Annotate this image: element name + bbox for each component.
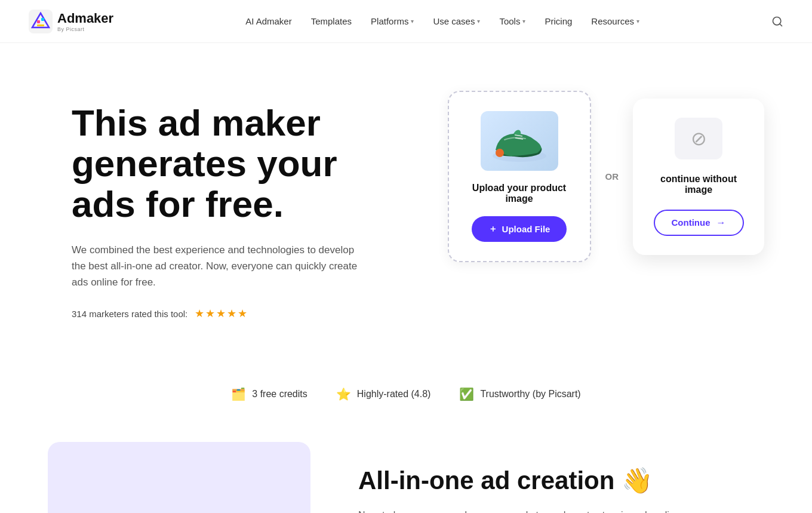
svg-rect-4 [37, 24, 44, 26]
badge-trustworthy: ✅ Trustworthy (by Picsart) [459, 387, 580, 401]
badge-highly-rated: ⭐ Highly-rated (4.8) [336, 387, 431, 401]
continue-button-label: Continue [672, 217, 710, 228]
section2-text: All-in-one ad creation 👋 Now, truly, eve… [358, 442, 693, 513]
admaker-logo-icon [29, 10, 53, 33]
badge-highly-rated-text: Highly-rated (4.8) [357, 389, 431, 400]
svg-line-6 [780, 23, 782, 26]
upload-file-button[interactable]: ＋ Upload File [472, 216, 567, 242]
rating-text: 314 marketers rated this tool: [72, 309, 187, 319]
hero-rating: 314 marketers rated this tool: ★ ★ ★ ★ ★ [72, 307, 406, 320]
search-icon [771, 16, 783, 27]
svg-point-10 [496, 149, 504, 157]
nav-item-use-cases[interactable]: Use cases▾ [433, 16, 480, 26]
nav-links: AI Admaker Templates Platforms▾ Use case… [245, 16, 639, 26]
badge-free-credits: 🗂️ 3 free credits [231, 387, 307, 401]
star-1: ★ [195, 307, 204, 320]
logo-text: Admaker By Picsart [57, 11, 113, 32]
nav-item-resources[interactable]: Resources▾ [591, 16, 639, 26]
section2-title-text: All-in-one ad creation [358, 466, 614, 494]
star-2: ★ [205, 307, 215, 320]
arrow-right-icon: → [716, 217, 726, 228]
upload-card: Upload your product image ＋ Upload File [448, 91, 591, 262]
upload-button-label: Upload File [502, 224, 550, 234]
nav-item-platforms[interactable]: Platforms▾ [371, 16, 414, 26]
section2-description: Now, truly, everyone can become a market… [358, 507, 693, 513]
hero-left: This ad maker generates your ads for fre… [72, 91, 406, 320]
product-thumbnail [481, 111, 558, 171]
slash-icon: ⊘ [691, 127, 707, 150]
section2: All-in-one ad creation 👋 Now, truly, eve… [0, 430, 812, 513]
credits-icon: 🗂️ [231, 387, 246, 401]
star-badge-icon: ⭐ [336, 387, 351, 401]
no-image-placeholder: ⊘ [675, 118, 722, 159]
upload-plus-icon: ＋ [488, 223, 497, 235]
hero-right: Upload your product image ＋ Upload File … [448, 91, 765, 262]
badge-free-credits-text: 3 free credits [252, 389, 307, 400]
nav-item-tools[interactable]: Tools▾ [499, 16, 525, 26]
badge-trustworthy-text: Trustworthy (by Picsart) [480, 389, 580, 400]
logo-name: Admaker [57, 11, 113, 26]
svg-rect-2 [37, 20, 40, 23]
logo-sub: By Picsart [57, 26, 113, 32]
star-3: ★ [216, 307, 226, 320]
nav-right [771, 16, 783, 27]
upload-label: Upload your product image [463, 183, 576, 204]
nav-item-ai-admaker[interactable]: AI Admaker [245, 16, 292, 26]
hero-description: We combined the best experience and tech… [72, 242, 370, 291]
nav-item-templates[interactable]: Templates [311, 16, 352, 26]
star-4: ★ [227, 307, 236, 320]
logo[interactable]: Admaker By Picsart [29, 10, 113, 33]
section2-visual [48, 442, 310, 513]
search-button[interactable] [771, 16, 783, 27]
navbar: Admaker By Picsart AI Admaker Templates … [0, 0, 812, 43]
wave-emoji: 👋 [622, 466, 653, 495]
badges-row: 🗂️ 3 free credits ⭐ Highly-rated (4.8) ✅… [0, 377, 812, 430]
star-5: ★ [238, 307, 247, 320]
or-divider: OR [605, 171, 619, 182]
continue-label: continue without image [647, 174, 750, 195]
hero-title: This ad maker generates your ads for fre… [72, 103, 406, 225]
check-badge-icon: ✅ [459, 387, 474, 401]
shoe-illustration [487, 117, 552, 165]
nav-item-pricing[interactable]: Pricing [545, 16, 572, 26]
svg-rect-3 [41, 18, 44, 21]
continue-button[interactable]: Continue → [654, 210, 744, 236]
continue-card: ⊘ continue without image Continue → [633, 99, 764, 255]
section2-title: All-in-one ad creation 👋 [358, 466, 693, 495]
star-rating: ★ ★ ★ ★ ★ [195, 307, 247, 320]
hero-section: This ad maker generates your ads for fre… [0, 43, 812, 377]
